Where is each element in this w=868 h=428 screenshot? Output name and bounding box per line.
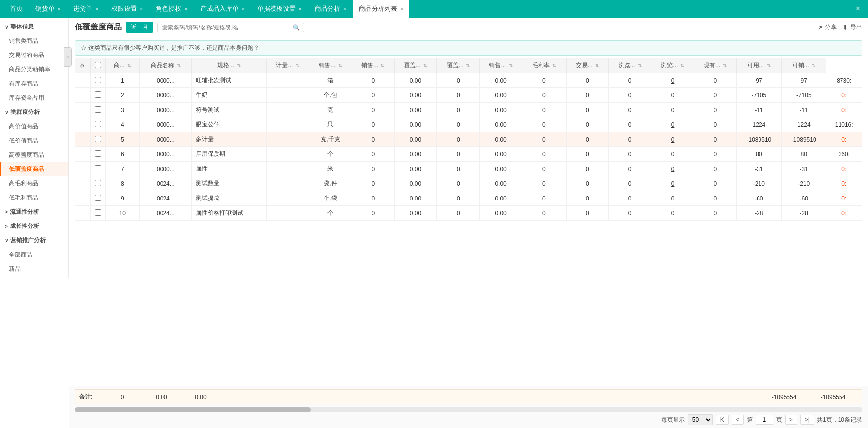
nav-role-auth[interactable]: 角色授权 × — [150, 0, 193, 18]
row-select-checkbox[interactable] — [95, 195, 101, 201]
sidebar-section-cluster[interactable]: ∨ 类群度分析 — [0, 105, 68, 119]
sidebar-item-new-goods[interactable]: 新品 — [0, 262, 68, 276]
row-browse1[interactable]: 0 — [651, 147, 694, 162]
row-select-checkbox[interactable] — [95, 77, 101, 83]
sidebar-section-growth[interactable]: > 成长性分析 — [0, 219, 68, 233]
close-icon[interactable]: × — [140, 6, 143, 12]
col-browse2[interactable]: 浏览... ⇅ — [651, 58, 694, 73]
nav-template-settings[interactable]: 单据模板设置 × — [251, 0, 307, 18]
col-sales2[interactable]: 销售... ⇅ — [352, 58, 394, 73]
close-icon[interactable]: × — [184, 6, 187, 12]
close-icon[interactable]: × — [95, 6, 98, 12]
sidebar-item-sales-goods[interactable]: 销售类商品 — [0, 34, 68, 48]
col-trade[interactable]: 交易... ⇅ — [566, 58, 609, 73]
totals-label: 合计: — [79, 393, 93, 401]
sidebar-item-category-turnover[interactable]: 商品分类动销率 — [0, 62, 68, 77]
col-current[interactable]: 现有... ⇅ — [694, 58, 736, 73]
close-icon[interactable]: × — [400, 6, 403, 12]
row-spec — [267, 191, 309, 206]
close-icon[interactable]: × — [57, 6, 60, 12]
next-page-button[interactable]: > — [785, 415, 797, 425]
col-saleable[interactable]: 可销... ⇅ — [782, 58, 826, 73]
row-unit: 米 — [309, 162, 352, 176]
row-select-checkbox[interactable] — [95, 136, 101, 142]
sidebar-item-high-value[interactable]: 高价值商品 — [0, 119, 68, 134]
horizontal-scrollbar[interactable] — [75, 407, 862, 412]
sidebar-collapse-button[interactable]: « — [64, 47, 72, 67]
nav-finished-goods[interactable]: 产成品入库单 × — [194, 0, 250, 18]
col-browse1[interactable]: 浏览... ⇅ — [609, 58, 651, 73]
page-number-input[interactable] — [756, 415, 773, 425]
col-settings[interactable]: ⚙ — [75, 58, 90, 73]
row-select-checkbox[interactable] — [95, 180, 101, 186]
prev-page-button[interactable]: < — [732, 415, 744, 425]
col-available[interactable]: 可用... ⇅ — [736, 58, 781, 73]
search-icon[interactable]: 🔍 — [293, 24, 300, 31]
nav-product-analysis[interactable]: 商品分析 × — [309, 0, 352, 18]
row-select-checkbox[interactable] — [95, 106, 101, 113]
select-all-checkbox[interactable] — [95, 62, 101, 68]
sidebar-section-marketing[interactable]: ∨ 营销推广分析 — [0, 233, 68, 248]
col-cover1[interactable]: 覆盖... ⇅ — [394, 58, 437, 73]
row-select-checkbox[interactable] — [95, 91, 101, 98]
sidebar-item-inventory-capital[interactable]: 库存资金占用 — [0, 91, 68, 105]
row-browse1[interactable]: 0 — [651, 162, 694, 176]
col-no[interactable]: 商... ⇅ — [105, 58, 140, 73]
row-browse1[interactable]: 0 — [651, 88, 694, 103]
close-icon[interactable]: × — [242, 6, 244, 12]
row-browse1[interactable]: 0 — [651, 176, 694, 191]
scrollbar-thumb[interactable] — [75, 407, 311, 412]
row-browse1[interactable]: 0 — [651, 132, 694, 147]
row-browse1[interactable]: 0 — [651, 117, 694, 132]
table-row: 1 0000... 旺辅批次测试 箱 0 0.00 0 0.00 0 0 0 0… — [75, 73, 862, 88]
sidebar-item-high-coverage[interactable]: 高覆盖度商品 — [0, 148, 68, 162]
row-select-checkbox[interactable] — [95, 150, 101, 157]
sidebar-item-in-stock-goods[interactable]: 有库存商品 — [0, 77, 68, 91]
row-browse1[interactable]: 0 — [651, 73, 694, 88]
sidebar-item-traded-goods[interactable]: 交易过的商品 — [0, 48, 68, 62]
close-icon[interactable]: × — [343, 6, 346, 12]
sidebar-section-circulation[interactable]: > 流通性分析 — [0, 205, 68, 219]
nav-sales-order[interactable]: 销货单 × — [29, 0, 66, 18]
col-gross[interactable]: 毛利率 ⇅ — [522, 58, 567, 73]
col-sales3[interactable]: 销售... ⇅ — [480, 58, 522, 73]
nav-home[interactable]: 首页 — [4, 0, 28, 18]
sidebar-item-high-margin[interactable]: 高毛利商品 — [0, 176, 68, 191]
row-available: 97 — [782, 73, 826, 88]
export-button[interactable]: ⬇ 导出 — [842, 23, 862, 31]
nav-permission-settings[interactable]: 权限设置 × — [106, 0, 149, 18]
col-sales1[interactable]: 销售... ⇅ — [309, 58, 352, 73]
close-icon[interactable]: × — [298, 6, 301, 12]
main-layout: ∨ 整体信息 销售类商品 交易过的商品 商品分类动销率 有库存商品 库存资金占用… — [0, 18, 868, 428]
first-page-button[interactable]: K — [716, 415, 729, 425]
last-page-button[interactable]: >| — [800, 415, 814, 425]
row-available: -60 — [782, 191, 826, 206]
row-select-checkbox[interactable] — [95, 165, 101, 171]
row-browse1[interactable]: 0 — [651, 206, 694, 221]
nav-close-all-button[interactable]: × — [852, 4, 864, 13]
col-name[interactable]: 商品名称 ⇅ — [140, 58, 192, 73]
row-sales1: 0 — [352, 206, 394, 221]
row-browse2: 0 — [694, 73, 736, 88]
sidebar-section-overall[interactable]: ∨ 整体信息 — [0, 20, 68, 34]
time-filter-button[interactable]: 近一月 — [126, 22, 153, 33]
row-sales2: 0.00 — [394, 132, 437, 147]
sidebar-item-low-value[interactable]: 低价值商品 — [0, 134, 68, 148]
row-browse1[interactable]: 0 — [651, 103, 694, 117]
search-input[interactable] — [162, 24, 291, 31]
sidebar-item-low-coverage[interactable]: 低覆盖度商品 — [0, 162, 68, 176]
share-button[interactable]: ↗ 分享 — [817, 23, 837, 31]
col-cover2[interactable]: 覆盖... ⇅ — [437, 58, 480, 73]
row-select-checkbox[interactable] — [95, 209, 101, 216]
per-page-select[interactable]: 50 20 100 — [688, 414, 713, 425]
row-code: 0000... — [140, 147, 192, 162]
nav-purchase-order[interactable]: 进货单 × — [67, 0, 104, 18]
nav-product-analysis-list[interactable]: 商品分析列表 × — [353, 0, 409, 18]
row-select-checkbox[interactable] — [95, 121, 101, 127]
sidebar-item-low-margin[interactable]: 低毛利商品 — [0, 191, 68, 205]
col-spec[interactable]: 规格... ⇅ — [191, 58, 266, 73]
sidebar-item-all-goods[interactable]: 全部商品 — [0, 248, 68, 262]
per-page-label: 每页显示 — [661, 416, 685, 424]
row-browse1[interactable]: 0 — [651, 191, 694, 206]
col-unit[interactable]: 计量... ⇅ — [267, 58, 309, 73]
